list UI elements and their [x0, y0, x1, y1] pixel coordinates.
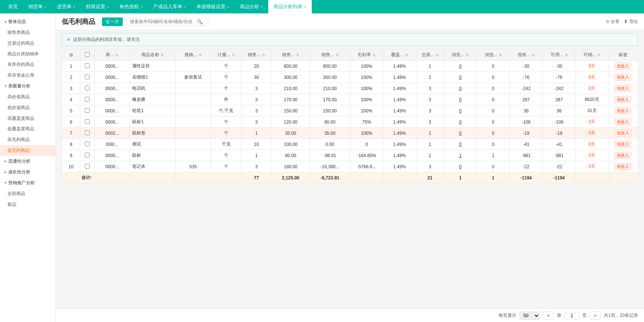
- nav-close-purchase[interactable]: ×: [73, 4, 75, 9]
- sidebar-item-sales-products[interactable]: 销售类商品: [0, 27, 55, 38]
- row-browse1[interactable]: 0: [444, 61, 477, 72]
- search-input[interactable]: [130, 19, 197, 24]
- browse1-link[interactable]: 0: [459, 142, 462, 147]
- row-checkbox-cell[interactable]: [80, 83, 94, 94]
- sidebar-item-low-margin[interactable]: 低毛利商品: [0, 145, 55, 156]
- nav-close-analysis-list[interactable]: ×: [304, 4, 306, 9]
- row-checkbox[interactable]: [85, 108, 90, 113]
- th-cover[interactable]: 覆盖...⇅: [383, 50, 416, 61]
- nav-close-permissions[interactable]: ×: [107, 4, 109, 9]
- sidebar-group-cluster[interactable]: ▾ 类聚量分析: [0, 81, 55, 92]
- row-checkbox[interactable]: [85, 74, 90, 79]
- row-checkbox-cell[interactable]: [80, 105, 94, 117]
- row-checkbox[interactable]: [85, 141, 90, 146]
- browse1-link[interactable]: 1: [459, 153, 462, 158]
- browse1-link[interactable]: 0: [459, 97, 462, 102]
- sidebar-group-growth[interactable]: ▸ 成长性分析: [0, 167, 55, 178]
- row-browse1[interactable]: 1: [444, 150, 477, 161]
- th-sales-amt[interactable]: 销售...⇅: [272, 50, 310, 61]
- browse1-link[interactable]: 0: [459, 64, 462, 69]
- sidebar-item-high-value[interactable]: 高价值商品: [0, 92, 55, 102]
- row-checkbox-cell[interactable]: [80, 161, 94, 172]
- row-checkbox[interactable]: [85, 164, 90, 169]
- sidebar-item-low-coverage[interactable]: 低覆盖度商品: [0, 124, 55, 134]
- row-browse1[interactable]: 0: [444, 117, 477, 128]
- th-current[interactable]: 现有...⇅: [510, 50, 542, 61]
- th-checkbox[interactable]: [80, 50, 94, 61]
- row-checkbox-cell[interactable]: [80, 72, 94, 83]
- nav-item-purchase[interactable]: 进货单×: [52, 0, 80, 13]
- row-checkbox-cell[interactable]: [80, 139, 94, 150]
- th-sales-profit[interactable]: 销售...⇅: [310, 50, 350, 61]
- th-sellable[interactable]: 可销...⇅: [576, 50, 608, 61]
- row-checkbox-cell[interactable]: [80, 94, 94, 105]
- row-checkbox[interactable]: [85, 153, 90, 157]
- row-browse1[interactable]: 0: [444, 128, 477, 139]
- th-browse2[interactable]: 浏览...⇅: [477, 50, 509, 61]
- sidebar-item-in-stock[interactable]: 有库存的商品: [0, 59, 55, 70]
- row-checkbox-cell[interactable]: [80, 61, 94, 72]
- sidebar-item-all-products[interactable]: 全部商品: [0, 188, 55, 199]
- th-sales-qty[interactable]: 销售...⇅: [241, 50, 272, 61]
- nav-item-home[interactable]: 首页: [3, 0, 23, 13]
- share-button[interactable]: ⎘ 分享: [606, 19, 619, 25]
- row-checkbox[interactable]: [85, 97, 90, 102]
- sidebar-item-traded[interactable]: 交易过的商品: [0, 38, 55, 49]
- date-filter-button[interactable]: 近一月: [102, 17, 123, 26]
- row-browse1[interactable]: 0: [444, 105, 477, 117]
- th-unit[interactable]: 计量...⇅: [211, 50, 241, 61]
- th-gross-rate[interactable]: 毛利率⇅: [350, 50, 383, 61]
- select-all-checkbox[interactable]: [85, 52, 90, 57]
- row-checkbox-cell[interactable]: [80, 150, 94, 161]
- next-page-button[interactable]: ＞: [590, 311, 601, 320]
- row-browse1[interactable]: 0: [444, 94, 477, 105]
- page-number-input[interactable]: [564, 312, 579, 319]
- sidebar-item-high-margin[interactable]: 高毛利商品: [0, 134, 55, 145]
- nav-item-analysis-list[interactable]: 商品分析列表×: [268, 0, 311, 13]
- sidebar-group-flow[interactable]: ▸ 流通性分析: [0, 156, 55, 167]
- row-browse1[interactable]: 0: [444, 139, 477, 150]
- nav-close-product-entry[interactable]: ×: [184, 4, 186, 9]
- browse1-link[interactable]: 0: [459, 119, 462, 125]
- nav-item-product-analysis[interactable]: 商品分析×: [235, 0, 268, 13]
- nav-item-sales[interactable]: 销货单×: [23, 0, 52, 13]
- th-trade[interactable]: 交易...⇅: [416, 50, 444, 61]
- export-button[interactable]: ⬆ 导出: [624, 19, 638, 25]
- nav-item-roles[interactable]: 角色授权×: [114, 0, 148, 13]
- browse1-link[interactable]: 0: [459, 86, 462, 91]
- nav-close-template-settings[interactable]: ×: [227, 4, 229, 9]
- browse1-link[interactable]: 0: [459, 75, 462, 80]
- nav-item-permissions[interactable]: 权限设置×: [81, 0, 114, 13]
- sidebar-item-new-products[interactable]: 新品: [0, 199, 55, 210]
- row-browse1[interactable]: 0: [444, 72, 477, 83]
- per-page-select[interactable]: 50 10 20 100: [519, 312, 540, 320]
- row-checkbox[interactable]: [85, 86, 90, 90]
- th-settings[interactable]: ⚙: [62, 50, 80, 61]
- nav-item-template-settings[interactable]: 单据模板设置×: [191, 0, 234, 13]
- browse1-link[interactable]: 0: [459, 164, 462, 169]
- browse1-link[interactable]: 0: [459, 131, 462, 136]
- row-checkbox[interactable]: [85, 119, 90, 124]
- sidebar-item-low-value[interactable]: 低价值商品: [0, 102, 55, 113]
- row-checkbox-cell[interactable]: [80, 117, 94, 128]
- th-spec[interactable]: 规格...⇅: [175, 50, 211, 61]
- th-name[interactable]: 商品名称⇅: [130, 50, 176, 61]
- sidebar-group-marketing[interactable]: ▾ 营销推广分析: [0, 178, 55, 188]
- th-code[interactable]: 商...⇅: [94, 50, 130, 61]
- nav-item-product-entry[interactable]: 产成品入库单×: [148, 0, 191, 13]
- sidebar-group-overall[interactable]: ▾ 整体信息: [0, 16, 55, 27]
- nav-close-sales[interactable]: ×: [44, 4, 47, 9]
- row-browse1[interactable]: 0: [444, 83, 477, 94]
- prev-page-button[interactable]: ＜: [543, 311, 554, 320]
- row-checkbox[interactable]: [85, 130, 90, 135]
- nav-close-roles[interactable]: ×: [140, 4, 142, 9]
- th-browse1[interactable]: 浏览...⇅: [444, 50, 477, 61]
- nav-close-product-analysis[interactable]: ×: [261, 4, 263, 9]
- row-checkbox[interactable]: [85, 63, 90, 68]
- th-available[interactable]: 可用...⇅: [542, 50, 575, 61]
- row-checkbox-cell[interactable]: [80, 128, 94, 139]
- sidebar-item-category-rate[interactable]: 商品分类助销率: [0, 49, 55, 60]
- browse1-link[interactable]: 0: [459, 108, 462, 114]
- sidebar-item-high-coverage[interactable]: 高覆盖度商品: [0, 113, 55, 124]
- row-browse1[interactable]: 0: [444, 161, 477, 172]
